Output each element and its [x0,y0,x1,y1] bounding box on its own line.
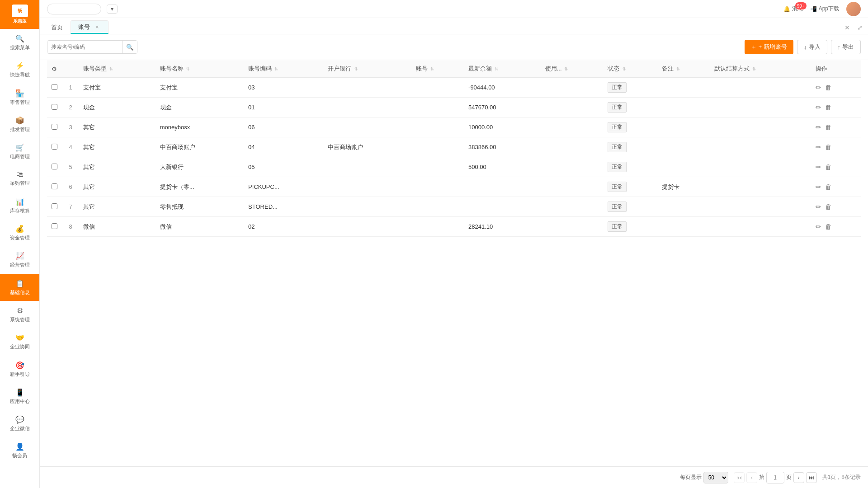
page-next-button[interactable]: › [793,472,804,483]
th-account-name[interactable]: 账号名称 ⇅ [156,60,245,78]
status-badge: 正常 [608,82,627,93]
user-avatar[interactable] [846,2,861,16]
header-dropdown[interactable]: ▾ [107,5,118,14]
row-checkbox[interactable] [52,144,57,150]
row-bank [324,197,412,217]
row-checkbox[interactable] [52,164,57,169]
row-checkbox[interactable] [52,124,57,130]
row-checkbox-cell[interactable] [47,217,61,237]
th-default-settlement[interactable]: 默认结算方式 ⇅ [711,60,812,78]
delete-icon[interactable]: 🗑 [825,84,832,92]
row-checkbox-cell[interactable] [47,98,61,117]
delete-icon[interactable]: 🗑 [825,163,832,171]
edit-icon[interactable]: ✏ [816,123,821,131]
row-checkbox-cell[interactable] [47,157,61,177]
th-balance[interactable]: 最新余额 ⇅ [465,60,542,78]
row-use [542,137,604,157]
export-button[interactable]: ↑ 导出 [831,40,861,54]
th-account-no[interactable]: 账号 ⇅ [412,60,465,78]
delete-icon[interactable]: 🗑 [825,143,832,151]
sidebar-item-finance[interactable]: 💰 资金管理 [0,219,39,246]
app-download-button[interactable]: 📲 App下载 [810,5,839,13]
edit-icon[interactable]: ✏ [816,203,821,211]
notification-button[interactable]: 🔔 消息 99+ [783,5,803,13]
action-buttons: ✏ 🗑 [816,84,857,92]
delete-icon[interactable]: 🗑 [825,203,832,211]
tab-account[interactable]: 账号 × [71,20,108,34]
sidebar-item-new-guide[interactable]: 🎯 新手引导 [0,356,39,383]
row-checkbox[interactable] [52,223,57,229]
sidebar-item-system[interactable]: ⚙ 系统管理 [0,301,39,328]
search-input[interactable] [47,41,123,53]
enterprise-icon: 🤝 [15,333,24,342]
row-number: 1 [61,78,80,98]
row-use [542,217,604,237]
sidebar-item-member[interactable]: 👤 畅会员 [0,437,39,464]
row-checkbox-cell[interactable] [47,197,61,217]
sidebar-item-retail[interactable]: 🏪 零售管理 [0,84,39,111]
sidebar-item-enterprise[interactable]: 🤝 企业协同 [0,328,39,355]
table-footer: 每页显示 50 100 200 ⏮ ‹ 第 页 › ⏭ 共1页，8条记录 [40,466,868,488]
top-search-input[interactable] [47,4,101,14]
row-checkbox[interactable] [52,203,57,209]
delete-icon[interactable]: 🗑 [825,103,832,112]
row-account-type: 其它 [80,117,156,137]
row-remark [658,137,711,157]
page-input[interactable] [766,472,784,483]
row-checkbox-cell[interactable] [47,78,61,98]
row-default-settlement [711,98,812,117]
sidebar-item-label: 新手引导 [10,371,30,377]
th-use[interactable]: 使用... ⇅ [542,60,604,78]
sidebar-item-quick-nav[interactable]: ⚡ 快捷导航 [0,56,39,83]
sidebar-item-app-center[interactable]: 📱 应用中心 [0,383,39,410]
delete-icon[interactable]: 🗑 [825,223,832,231]
logo-icon: 畅 [12,5,28,17]
row-account-no [412,177,465,197]
edit-icon[interactable]: ✏ [816,84,821,92]
page-prev-button[interactable]: ‹ [746,472,757,483]
row-checkbox-cell[interactable] [47,117,61,137]
tab-minimize-button[interactable]: ✕ [843,23,852,32]
tab-close-button[interactable]: × [94,23,101,31]
action-buttons: ✏ 🗑 [816,203,857,211]
top-header: ▾ 🔔 消息 99+ 📲 App下载 [40,0,868,18]
delete-icon[interactable]: 🗑 [825,123,832,131]
edit-icon[interactable]: ✏ [816,143,821,151]
sidebar-item-wholesale[interactable]: 📦 批发管理 [0,111,39,138]
edit-icon[interactable]: ✏ [816,183,821,191]
th-status[interactable]: 状态 ⇅ [604,60,659,78]
edit-icon[interactable]: ✏ [816,223,821,231]
th-remark[interactable]: 备注 ⇅ [658,60,711,78]
sidebar-item-purchase[interactable]: 🛍 采购管理 [0,165,39,192]
delete-icon[interactable]: 🗑 [825,183,832,191]
sidebar-item-basic-info[interactable]: 📋 基础信息 [0,274,39,301]
row-checkbox-cell[interactable] [47,137,61,157]
th-account-type[interactable]: 账号类型 ⇅ [80,60,156,78]
sidebar-item-search-menu[interactable]: 🔍 搜索菜单 [0,29,39,56]
per-page-select[interactable]: 50 100 200 [703,472,728,483]
tab-expand-button[interactable]: ⤢ [855,23,864,32]
search-button[interactable]: 🔍 [123,40,137,54]
tab-home[interactable]: 首页 [43,20,71,34]
row-checkbox[interactable] [52,84,57,90]
row-remark [658,98,711,117]
th-settings[interactable]: ⚙ [47,60,61,78]
row-checkbox-cell[interactable] [47,177,61,197]
edit-icon[interactable]: ✏ [816,163,821,171]
row-status: 正常 [604,78,659,98]
add-account-button[interactable]: ＋ + 新增账号 [745,40,793,54]
sidebar-item-wechat[interactable]: 💬 企业微信 [0,410,39,437]
th-bank[interactable]: 开户银行 ⇅ [324,60,412,78]
row-checkbox[interactable] [52,183,57,189]
page-last-button[interactable]: ⏭ [806,472,817,483]
row-actions: ✏ 🗑 [812,117,861,137]
import-button[interactable]: ↓ 导入 [797,40,827,54]
page-first-button[interactable]: ⏮ [734,472,745,483]
row-checkbox[interactable] [52,104,57,110]
sidebar-item-ecommerce[interactable]: 🛒 电商管理 [0,138,39,165]
sidebar-item-operation[interactable]: 📈 经营管理 [0,246,39,273]
th-account-code[interactable]: 账号编码 ⇅ [245,60,324,78]
system-icon: ⚙ [17,306,23,315]
edit-icon[interactable]: ✏ [816,103,821,112]
sidebar-item-inventory[interactable]: 📊 库存核算 [0,192,39,219]
